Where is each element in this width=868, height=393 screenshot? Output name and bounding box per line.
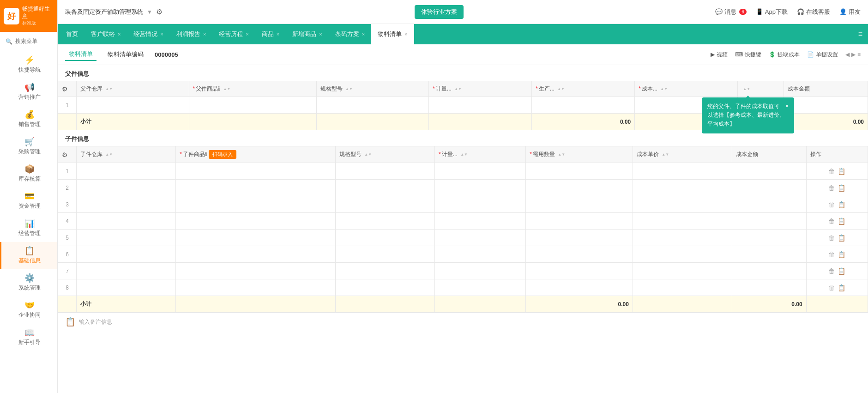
parent-product-cell[interactable]	[189, 97, 316, 114]
tab-new-product-close[interactable]: ×	[319, 31, 322, 37]
delete-icon[interactable]: 🗑	[828, 284, 835, 291]
shortcut-action[interactable]: ⌨ 快捷键	[735, 51, 761, 59]
sub-tab-bom-list[interactable]: 物料清单	[65, 48, 96, 61]
child-product-cell-6[interactable]	[176, 263, 336, 279]
tooltip-close-button[interactable]: ×	[785, 102, 789, 111]
sidebar-item-finance[interactable]: 💳 资金管理	[0, 187, 57, 215]
copy-icon[interactable]: 📋	[838, 218, 845, 225]
child-warehouse-cell-3[interactable]	[77, 213, 176, 230]
child-product-cell-3[interactable]	[176, 213, 336, 230]
child-warehouse-cell-4[interactable]	[77, 230, 176, 246]
child-unit-cost-cell-5[interactable]	[633, 246, 732, 263]
delete-icon[interactable]: 🗑	[828, 218, 835, 225]
child-quantity-cell-7[interactable]	[526, 279, 633, 296]
sidebar-item-marketing[interactable]: 📢 营销推广	[0, 79, 57, 106]
parent-settings-icon[interactable]: ⚙	[62, 85, 68, 93]
parent-warehouse-cell[interactable]	[77, 97, 189, 114]
child-unit-cell-6[interactable]	[435, 263, 526, 279]
child-spec-cell-4[interactable]	[335, 230, 434, 246]
child-quantity-cell-4[interactable]	[526, 230, 633, 246]
sidebar-item-guide[interactable]: 📖 新手引导	[0, 324, 57, 351]
extract-cost-action[interactable]: 💲 提取成本	[769, 51, 800, 59]
delete-icon[interactable]: 🗑	[828, 201, 835, 208]
child-spec-cell-7[interactable]	[335, 279, 434, 296]
sub-tab-bom-code[interactable]: 物料清单编码	[104, 48, 147, 60]
tab-customer[interactable]: 客户联络 ×	[84, 24, 127, 44]
parent-production-cell[interactable]	[532, 97, 635, 114]
child-spec-cell-0[interactable]	[335, 163, 434, 180]
tab-history[interactable]: 经营历程 ×	[212, 24, 255, 44]
child-unit-cell-0[interactable]	[435, 163, 526, 180]
copy-icon[interactable]: 📋	[838, 284, 845, 291]
child-warehouse-cell-0[interactable]	[77, 163, 176, 180]
child-product-cell-0[interactable]	[176, 163, 336, 180]
prev-arrow-icon[interactable]: ◀	[845, 51, 850, 58]
sidebar-item-quick-nav[interactable]: ⚡ 快捷导航	[0, 51, 57, 79]
child-spec-cell-3[interactable]	[335, 213, 434, 230]
child-unit-cell-4[interactable]	[435, 230, 526, 246]
sidebar-item-purchase[interactable]: 🛒 采购管理	[0, 133, 57, 160]
child-unit-cost-cell-4[interactable]	[633, 230, 732, 246]
note-placeholder[interactable]: 输入备注信息	[79, 318, 112, 326]
child-quantity-cell-2[interactable]	[526, 196, 633, 213]
child-warehouse-cell-5[interactable]	[77, 246, 176, 263]
tab-profit[interactable]: 利润报告 ×	[170, 24, 212, 44]
menu-icon[interactable]: ≡	[857, 51, 861, 58]
tab-customer-close[interactable]: ×	[118, 31, 121, 37]
copy-icon[interactable]: 📋	[838, 184, 845, 192]
child-spec-cell-6[interactable]	[335, 263, 434, 279]
tab-home[interactable]: 首页	[60, 24, 84, 44]
delete-icon[interactable]: 🗑	[828, 251, 835, 258]
child-unit-cell-2[interactable]	[435, 196, 526, 213]
sidebar-item-basic-info[interactable]: 📋 基础信息	[0, 242, 57, 269]
tab-operation-close[interactable]: ×	[160, 31, 163, 37]
child-unit-cell-1[interactable]	[435, 180, 526, 196]
child-spec-cell-1[interactable]	[335, 180, 434, 196]
delete-icon[interactable]: 🗑	[828, 234, 835, 242]
view-action[interactable]: ▶ 视频	[711, 51, 728, 59]
child-unit-cost-cell-7[interactable]	[633, 279, 732, 296]
tab-history-close[interactable]: ×	[246, 31, 248, 37]
app-download-button[interactable]: 📱 App下载	[756, 8, 788, 16]
delete-icon[interactable]: 🗑	[828, 168, 835, 175]
copy-icon[interactable]: 📋	[838, 251, 845, 258]
child-quantity-cell-6[interactable]	[526, 263, 633, 279]
sidebar-item-system[interactable]: ⚙️ 系统管理	[0, 269, 57, 296]
child-warehouse-cell-7[interactable]	[77, 279, 176, 296]
parent-spec-cell[interactable]	[316, 97, 429, 114]
copy-icon[interactable]: 📋	[838, 267, 845, 275]
child-settings-icon[interactable]: ⚙	[62, 151, 68, 158]
tab-product-close[interactable]: ×	[277, 31, 279, 37]
tab-bom[interactable]: 物料清单 ×	[371, 24, 414, 44]
sidebar-item-operation[interactable]: 📊 经营管理	[0, 215, 57, 242]
sidebar-item-enterprise[interactable]: 🤝 企业协同	[0, 296, 57, 324]
scan-input-button[interactable]: 扫码录入	[209, 150, 236, 159]
child-unit-cost-cell-1[interactable]	[633, 180, 732, 196]
child-unit-cost-cell-0[interactable]	[633, 163, 732, 180]
child-warehouse-cell-6[interactable]	[77, 263, 176, 279]
user-avatar[interactable]: 👤 用友	[839, 8, 861, 16]
tab-barcode[interactable]: 条码方案 ×	[329, 24, 371, 44]
child-unit-cost-cell-3[interactable]	[633, 213, 732, 230]
child-unit-cell-3[interactable]	[435, 213, 526, 230]
delete-icon[interactable]: 🗑	[828, 267, 835, 275]
parent-unit-cell[interactable]	[429, 97, 532, 114]
copy-icon[interactable]: 📋	[838, 168, 845, 175]
online-service-button[interactable]: 🎧 在线客服	[797, 8, 830, 16]
child-product-cell-4[interactable]	[176, 230, 336, 246]
child-quantity-cell-0[interactable]	[526, 163, 633, 180]
child-quantity-cell-5[interactable]	[526, 246, 633, 263]
tab-more-button[interactable]: ≡	[855, 30, 866, 38]
tab-operation-status[interactable]: 经营情况 ×	[127, 24, 169, 44]
tab-product[interactable]: 商品 ×	[255, 24, 286, 44]
tab-new-product[interactable]: 新增商品 ×	[286, 24, 328, 44]
child-quantity-cell-1[interactable]	[526, 180, 633, 196]
tab-bom-close[interactable]: ×	[404, 31, 407, 37]
child-warehouse-cell-1[interactable]	[77, 180, 176, 196]
copy-icon[interactable]: 📋	[838, 234, 845, 242]
delete-icon[interactable]: 🗑	[828, 184, 835, 192]
child-unit-cost-cell-6[interactable]	[633, 263, 732, 279]
child-quantity-cell-3[interactable]	[526, 213, 633, 230]
child-product-cell-1[interactable]	[176, 180, 336, 196]
child-product-cell-2[interactable]	[176, 196, 336, 213]
